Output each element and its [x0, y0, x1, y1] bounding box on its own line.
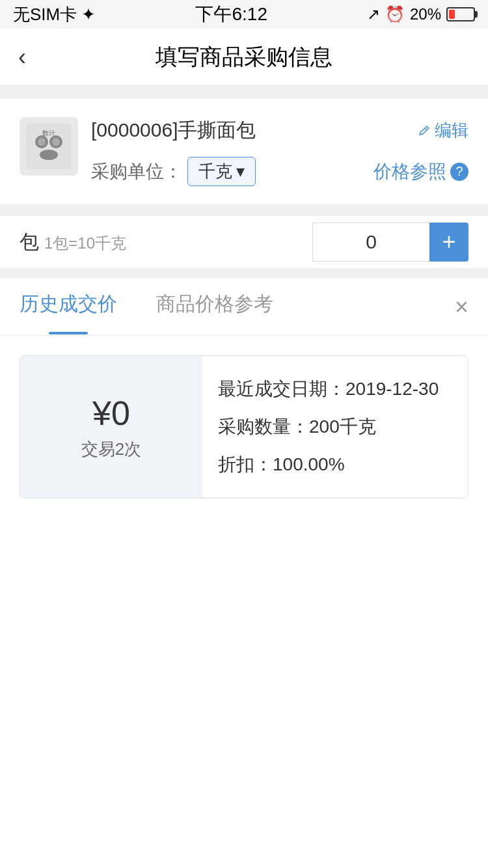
- history-price-section: ¥0 交易2次: [20, 356, 202, 498]
- history-discount-row: 折扣：100.00%: [218, 451, 452, 478]
- svg-line-7: [425, 128, 427, 130]
- history-detail-section: 最近成交日期：2019-12-30 采购数量：200千克 折扣：100.00%: [202, 356, 468, 498]
- page-title: 填写商品采购信息: [156, 42, 332, 72]
- price-value: 0: [111, 394, 130, 432]
- quantity-section: 包 1包=10千克 +: [0, 216, 488, 268]
- history-trades-count: 交易2次: [81, 438, 141, 461]
- unit-row: 采购单位： 千克 ▾ 价格参照 ?: [91, 157, 468, 186]
- alarm-icon: ⏰: [385, 5, 405, 23]
- back-button[interactable]: ‹: [18, 44, 26, 71]
- quantity-control: +: [312, 223, 468, 262]
- quantity-plus-button[interactable]: +: [429, 223, 468, 262]
- edit-label: 编辑: [435, 119, 468, 142]
- history-date-row: 最近成交日期：2019-12-30: [218, 375, 452, 403]
- edit-button[interactable]: 编辑: [418, 119, 468, 142]
- status-bar: 无SIM卡 ✦ 下午6:12 ↗ ⏰ 20%: [0, 0, 488, 29]
- qty-label: 采购数量：: [218, 416, 309, 437]
- tab-history-price[interactable]: 历史成交价: [20, 291, 117, 323]
- history-qty-row: 采购数量：200千克: [218, 413, 452, 441]
- carrier-label: 无SIM卡 ✦: [13, 3, 96, 26]
- quantity-unit-label: 包: [20, 229, 39, 256]
- product-info: [0000006]手撕面包 编辑 采购单位： 千克 ▾ 价格参照 ?: [91, 117, 468, 186]
- divider-1: [0, 204, 488, 215]
- history-content: ¥0 交易2次 最近成交日期：2019-12-30 采购数量：200千克 折扣：…: [0, 336, 488, 518]
- status-right: ↗ ⏰ 20%: [367, 5, 475, 23]
- svg-point-5: [40, 150, 58, 160]
- product-name-row: [0000006]手撕面包 编辑: [91, 117, 468, 144]
- status-time: 下午6:12: [195, 2, 267, 27]
- unit-arrow-icon: ▾: [236, 161, 245, 182]
- nav-bar: ‹ 填写商品采购信息: [0, 29, 488, 86]
- svg-text:数计: 数计: [42, 129, 55, 137]
- edit-icon: [418, 124, 432, 138]
- tab-bar: 历史成交价 商品价格参考 ×: [0, 278, 488, 336]
- price-ref-label: 价格参照: [373, 159, 446, 184]
- price-currency: ¥: [92, 394, 111, 432]
- date-value: 2019-12-30: [346, 379, 439, 399]
- product-name: [0000006]手撕面包: [91, 117, 256, 144]
- unit-value: 千克: [198, 160, 232, 183]
- quantity-label-group: 包 1包=10千克: [20, 229, 126, 256]
- date-label: 最近成交日期：: [218, 379, 346, 399]
- quantity-input[interactable]: [312, 223, 429, 262]
- history-price-display: ¥0: [92, 394, 130, 433]
- divider-2: [0, 268, 488, 278]
- discount-value: 100.00%: [273, 454, 345, 474]
- discount-label: 折扣：: [218, 454, 273, 474]
- price-reference-button[interactable]: 价格参照 ?: [373, 159, 468, 184]
- svg-point-4: [52, 138, 60, 146]
- tab-items: 历史成交价 商品价格参考: [20, 291, 273, 323]
- price-ref-icon: ?: [450, 163, 468, 181]
- tab-close-button[interactable]: ×: [455, 293, 468, 321]
- quantity-unit-eq: 1包=10千克: [44, 233, 126, 254]
- tab-product-price-ref[interactable]: 商品价格参考: [156, 291, 273, 323]
- history-card: ¥0 交易2次 最近成交日期：2019-12-30 采购数量：200千克 折扣：…: [20, 355, 468, 498]
- location-icon: ↗: [367, 5, 380, 23]
- status-left: 无SIM卡 ✦: [13, 3, 96, 26]
- tab-section: 历史成交价 商品价格参考 × ¥0 交易2次 最近成交日期：2019-12-30…: [0, 278, 488, 518]
- product-card: 数计 [0000006]手撕面包 编辑 采购单位： 千克 ▾ 价格参照 ?: [0, 99, 488, 204]
- product-thumbnail: 数计: [20, 117, 78, 176]
- battery-icon: [446, 7, 475, 21]
- svg-point-3: [38, 138, 46, 146]
- battery-pct: 20%: [410, 5, 441, 23]
- product-owl-icon: 数计: [26, 124, 72, 169]
- unit-prefix: 采购单位：: [91, 159, 182, 184]
- bottom-space: [0, 518, 488, 868]
- unit-select[interactable]: 千克 ▾: [187, 157, 256, 186]
- qty-value: 200千克: [309, 416, 376, 437]
